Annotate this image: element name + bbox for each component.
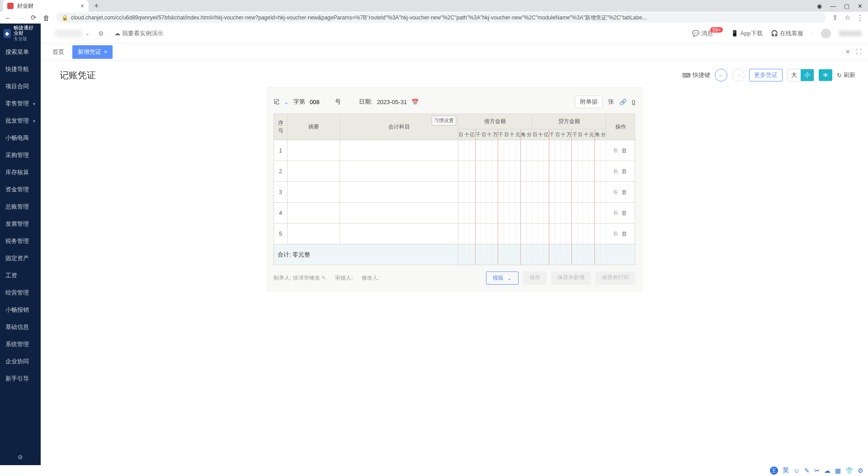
attach-doc-button[interactable]: 附单据 xyxy=(575,95,603,108)
save-print-button[interactable]: 保存并打印 xyxy=(595,271,635,285)
sidebar-item-3[interactable]: 零售管理▾ xyxy=(0,95,41,112)
fullscreen-icon[interactable]: ⛶ xyxy=(856,48,862,55)
app-download-link[interactable]: 📱 App下载 xyxy=(731,29,762,38)
delete-row-icon[interactable]: 🗑 xyxy=(621,147,627,154)
sidebar-item-6[interactable]: 采购管理 xyxy=(0,147,41,164)
address-bar[interactable]: 🔒 cloud.chanjet.com/cc/u6d89qwnryel/57bf… xyxy=(56,13,826,23)
sidebar-item-16[interactable]: 基础信息 xyxy=(0,319,41,336)
sidebar-item-14[interactable]: 经营管理 xyxy=(0,284,41,301)
demo-link[interactable]: ☁ 我要看实例演示 xyxy=(114,29,163,38)
share-icon[interactable]: ⇪ xyxy=(832,14,838,22)
messages-link[interactable]: 💬 消息 99+ xyxy=(692,29,723,38)
settings-icon[interactable]: ⚙ xyxy=(98,30,104,37)
sidebar-item-19[interactable]: 新手引导 xyxy=(0,370,41,387)
table-row[interactable]: 3⎘🗑 xyxy=(274,182,635,203)
account-cell[interactable] xyxy=(340,182,458,203)
copy-row-icon[interactable]: ⎘ xyxy=(614,189,618,195)
sidebar-item-8[interactable]: 资金管理 xyxy=(0,181,41,198)
forward-icon[interactable]: → xyxy=(18,14,24,22)
new-tab-button[interactable]: + xyxy=(94,1,99,11)
tab-close-icon[interactable]: × xyxy=(104,49,107,55)
sidebar-item-7[interactable]: 库存核算 xyxy=(0,164,41,181)
voucher-type[interactable]: 记 xyxy=(274,98,279,106)
count-value: 0 xyxy=(632,99,635,105)
prev-button[interactable]: ← xyxy=(715,69,727,81)
org-dropdown[interactable]: ⌄ xyxy=(52,30,94,37)
size-big-button[interactable]: 大 xyxy=(788,69,801,81)
copy-row-icon[interactable]: ⎘ xyxy=(614,230,618,237)
message-badge: 99+ xyxy=(710,27,723,33)
tab-new-voucher[interactable]: 新增凭证 × xyxy=(72,45,113,59)
sidebar-item-5[interactable]: 小畅电商 xyxy=(0,129,41,147)
brand-line1: 畅捷通好业财 xyxy=(14,25,37,36)
tab-home[interactable]: 首页 xyxy=(47,45,70,59)
sidebar-settings-icon[interactable]: ⚙ xyxy=(0,449,41,465)
copy-row-icon[interactable]: ⎘ xyxy=(614,209,618,216)
table-row[interactable]: 4⎘🗑 xyxy=(274,203,635,224)
account-cell[interactable] xyxy=(340,224,458,244)
tab-title: 好业财 xyxy=(17,2,77,10)
abstract-cell[interactable] xyxy=(288,140,340,161)
account-cell[interactable] xyxy=(340,140,458,161)
sidebar-item-10[interactable]: 发票管理 xyxy=(0,215,41,233)
size-small-button[interactable]: 小 xyxy=(801,69,814,81)
habit-settings-button[interactable]: 习惯设置 xyxy=(432,116,456,125)
save-new-button[interactable]: 保存并新增 xyxy=(551,271,591,285)
abstract-cell[interactable] xyxy=(288,203,340,224)
voucher-date[interactable]: 2023-05-31 xyxy=(377,99,407,105)
copy-row-icon[interactable]: ⎘ xyxy=(614,168,618,175)
preview-button[interactable]: 👁 xyxy=(819,69,832,81)
close-window-button[interactable]: ✕ xyxy=(858,3,863,10)
template-button[interactable]: 模板 ⌄ xyxy=(486,271,519,285)
back-icon[interactable]: ← xyxy=(5,14,11,22)
sidebar-item-15[interactable]: 小畅报销 xyxy=(0,301,41,319)
abstract-cell[interactable] xyxy=(288,182,340,203)
sidebar-item-1[interactable]: 快捷导航 xyxy=(0,61,41,78)
brand-block: ◆ 畅捷通好业财 专业版 xyxy=(0,24,41,43)
table-row[interactable]: 1⎘🗑 xyxy=(274,140,635,161)
account-icon[interactable]: ◉ xyxy=(817,3,822,10)
avatar[interactable] xyxy=(821,29,831,38)
delete-row-icon[interactable]: 🗑 xyxy=(621,168,627,175)
browser-tab[interactable]: 好业财 × xyxy=(3,0,89,12)
delete-row-icon[interactable]: 🗑 xyxy=(621,189,627,195)
refresh-button[interactable]: ↻ 刷新 xyxy=(837,71,855,79)
sidebar-item-12[interactable]: 固定资产 xyxy=(0,250,41,267)
table-row[interactable]: 5⎘🗑 xyxy=(274,224,635,244)
more-vouchers-button[interactable]: 更多凭证 xyxy=(749,69,783,81)
chevron-down-icon[interactable]: ⌄ xyxy=(284,99,289,105)
minimize-button[interactable]: — xyxy=(830,3,836,10)
abstract-cell[interactable] xyxy=(288,161,340,182)
sidebar-item-11[interactable]: 税务管理 xyxy=(0,233,41,250)
reload-icon[interactable]: ⟳ xyxy=(31,14,37,22)
sidebar-item-9[interactable]: 总账管理 xyxy=(0,198,41,215)
calendar-icon[interactable]: 📅 xyxy=(411,99,419,105)
link-icon[interactable]: 🔗 xyxy=(619,99,627,105)
account-cell[interactable] xyxy=(340,203,458,224)
table-row[interactable]: 2⎘🗑 xyxy=(274,161,635,182)
tab-close-icon[interactable]: × xyxy=(80,2,84,10)
delete-row-icon[interactable]: 🗑 xyxy=(621,230,627,237)
voucher-number-input[interactable] xyxy=(310,99,330,105)
abstract-cell[interactable] xyxy=(288,224,340,244)
tabs-close-all-icon[interactable]: ✕ xyxy=(845,48,850,55)
copy-row-icon[interactable]: ⎘ xyxy=(614,147,618,154)
shortcut-button[interactable]: ⌨ 快捷键 xyxy=(682,71,710,79)
account-cell[interactable] xyxy=(340,161,458,182)
maximize-button[interactable]: ▢ xyxy=(844,3,849,10)
sidebar-item-0[interactable]: 搜索菜单 xyxy=(0,43,41,61)
chevron-down-icon: ⌄ xyxy=(85,30,90,37)
trash-icon[interactable]: 🗑 xyxy=(43,14,50,22)
online-service-link[interactable]: 🎧 在线客服 xyxy=(771,29,803,38)
next-button[interactable]: → xyxy=(732,69,745,81)
sidebar-item-13[interactable]: 工资 xyxy=(0,267,41,284)
sidebar-item-18[interactable]: 企业协同 xyxy=(0,353,41,370)
sidebar-item-4[interactable]: 批发管理▾ xyxy=(0,112,41,129)
bookmark-icon[interactable]: ☆ xyxy=(844,14,850,22)
edit-icon[interactable]: ✎ xyxy=(321,275,326,281)
menu-icon[interactable]: ⋮ xyxy=(857,14,863,22)
save-button[interactable]: 保存 xyxy=(523,271,547,285)
sidebar-item-2[interactable]: 项目合同 xyxy=(0,78,41,95)
sidebar-item-17[interactable]: 系统管理 xyxy=(0,336,41,353)
delete-row-icon[interactable]: 🗑 xyxy=(621,209,627,216)
